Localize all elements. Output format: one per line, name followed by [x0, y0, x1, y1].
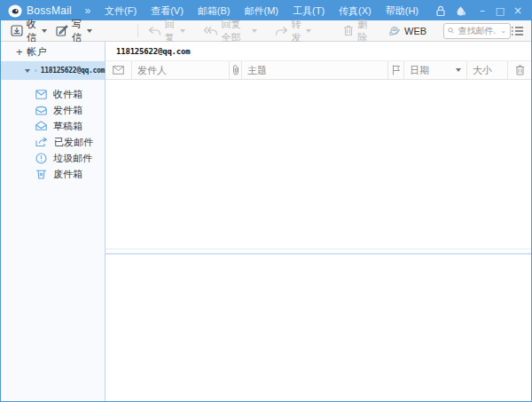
folder-label: 垃圾邮件 — [53, 152, 92, 165]
sidebar-item-drafts[interactable]: 草稿箱 — [1, 118, 105, 134]
folder-label: 已发邮件 — [54, 136, 93, 149]
trash-mail-icon — [35, 169, 47, 179]
column-flag[interactable] — [388, 61, 404, 79]
reply-button[interactable]: 回复 — [144, 21, 190, 41]
menu-fax[interactable]: 传真(X) — [332, 1, 379, 20]
add-account-header[interactable]: + 帐户 — [1, 42, 105, 61]
folder-label: 收件箱 — [53, 88, 82, 101]
forward-dropdown-caret[interactable] — [306, 29, 311, 33]
account-icon — [35, 65, 37, 76]
toolbar-separator — [137, 24, 138, 37]
account-expand-chevron[interactable] — [25, 69, 30, 73]
delete-icon — [343, 25, 354, 36]
draft-mail-icon — [35, 121, 47, 131]
web-label: WEB — [404, 26, 426, 36]
column-subject[interactable]: 主题 — [242, 61, 388, 79]
reply-dropdown-caret[interactable] — [180, 29, 185, 33]
search-options-chevron[interactable]: ⌄ — [500, 28, 506, 35]
column-sender[interactable]: 发件人 — [132, 61, 230, 79]
maximize-button[interactable]: □ — [491, 1, 509, 20]
window-controls: – □ × — [473, 1, 527, 20]
sidebar: + 帐户 118125622@qq.com 收件箱 — [1, 42, 106, 401]
sidebar-item-sent[interactable]: 已发邮件 — [1, 134, 105, 150]
bossmail-logo-icon — [8, 4, 22, 18]
sort-caret-icon — [456, 68, 461, 72]
pane-splitter[interactable] — [106, 248, 531, 255]
search-input[interactable] — [458, 26, 497, 35]
message-preview-pane — [106, 255, 531, 401]
folder-label: 草稿箱 — [53, 120, 82, 133]
reply-all-label: 回复全部 — [222, 18, 247, 44]
toolbar: 收信 写信 回复 回复全部 — [1, 20, 531, 42]
menu-bar: » 文件(F) 查看(V) 邮箱(B) 邮件(M) 工具(T) 传真(X) 帮助… — [77, 1, 426, 20]
main-panel: 118125622@qq.com 发件人 — [106, 42, 531, 401]
column-date-label: 日期 — [410, 64, 429, 77]
sidebar-item-junk[interactable]: 垃圾邮件 — [1, 150, 105, 166]
minimize-button[interactable]: – — [473, 1, 491, 20]
column-date[interactable]: 日期 — [404, 61, 467, 79]
sidebar-account-row[interactable]: 118125622@qq.com — [1, 61, 105, 80]
compose-dropdown-caret[interactable] — [87, 29, 92, 33]
delete-label: 删除 — [357, 18, 371, 44]
theme-icon[interactable] — [450, 1, 470, 20]
search-mail-box[interactable]: ⌄ — [443, 23, 511, 39]
folder-list: 收件箱 发件箱 草稿箱 — [1, 86, 105, 182]
menu-overflow-chevron[interactable]: » — [77, 4, 98, 17]
current-account-email: 118125622@qq.com — [116, 47, 191, 56]
compose-mail-button[interactable]: 写信 — [51, 21, 97, 41]
receive-label: 收信 — [27, 18, 37, 44]
reply-label: 回复 — [165, 18, 176, 44]
app-title: BossMail — [27, 4, 72, 17]
view-options-button[interactable] — [511, 26, 524, 36]
envelope-icon — [113, 66, 124, 75]
add-account-icon[interactable]: + — [16, 46, 23, 58]
folder-label: 废件箱 — [53, 168, 82, 181]
bossmail-window: BossMail » 文件(F) 查看(V) 邮箱(B) 邮件(M) 工具(T)… — [0, 0, 532, 402]
message-list — [106, 80, 531, 248]
column-sender-label: 发件人 — [137, 64, 167, 77]
column-attachment[interactable] — [230, 61, 242, 79]
junk-mail-icon — [35, 153, 47, 164]
receive-icon — [11, 25, 23, 36]
folder-label: 发件箱 — [53, 104, 82, 117]
web-icon — [388, 25, 401, 36]
view-options-icon — [511, 26, 524, 36]
current-account-bar: 118125622@qq.com — [106, 42, 531, 61]
outbox-mail-icon — [35, 106, 47, 115]
search-icon — [448, 26, 454, 35]
column-size[interactable]: 大小 — [467, 61, 508, 79]
accounts-header-label: 帐户 — [27, 45, 47, 59]
receive-dropdown-caret[interactable] — [42, 29, 47, 33]
forward-button[interactable]: 转发 — [270, 21, 317, 41]
reply-all-icon — [203, 26, 218, 36]
sidebar-item-outbox[interactable]: 发件箱 — [1, 102, 105, 118]
sidebar-item-trash[interactable]: 废件箱 — [1, 166, 105, 182]
account-email: 118125622@qq.com — [41, 67, 105, 75]
lock-icon[interactable] — [431, 1, 450, 20]
reply-all-button[interactable]: 回复全部 — [199, 21, 262, 41]
forward-label: 转发 — [292, 18, 302, 44]
delete-button[interactable]: 删除 — [339, 21, 375, 41]
flag-icon — [392, 65, 401, 75]
sidebar-item-inbox[interactable]: 收件箱 — [1, 86, 105, 102]
forward-icon — [275, 26, 288, 36]
attachment-icon — [232, 65, 239, 75]
inbox-mail-icon — [35, 90, 47, 99]
close-button[interactable]: × — [509, 1, 527, 20]
column-delete[interactable] — [508, 61, 531, 79]
reply-all-dropdown-caret[interactable] — [252, 29, 257, 33]
column-read-status[interactable] — [106, 61, 132, 79]
message-list-header: 发件人 主题 日期 — [106, 61, 531, 80]
trash-column-icon — [515, 65, 525, 75]
sent-mail-icon — [35, 137, 48, 147]
menu-help[interactable]: 帮助(H) — [379, 1, 426, 20]
column-size-label: 大小 — [473, 64, 492, 77]
menu-file[interactable]: 文件(F) — [98, 1, 144, 20]
compose-label: 写信 — [72, 18, 82, 44]
column-subject-label: 主题 — [247, 64, 267, 77]
compose-icon — [56, 25, 68, 36]
reply-icon — [148, 26, 161, 36]
webmail-button[interactable]: WEB — [384, 21, 431, 41]
receive-mail-button[interactable]: 收信 — [6, 21, 51, 41]
